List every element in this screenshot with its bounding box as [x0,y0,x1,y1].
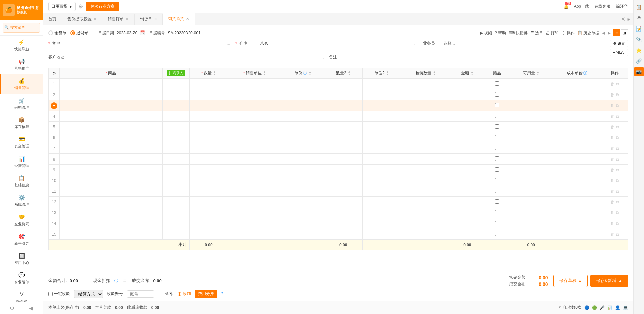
view-list-btn[interactable]: ≡ [613,29,620,36]
gift-checkbox[interactable] [495,156,499,161]
warehouse-input[interactable] [258,40,412,47]
copy-row-icon[interactable]: ⧉ [616,135,619,140]
right-icon-1[interactable]: 📋 [634,3,644,12]
gift-cell[interactable] [484,197,510,207]
copy-row-icon[interactable]: ⧉ [616,146,619,151]
gift-cell[interactable] [484,218,510,229]
view-grid-btn[interactable]: ⊞ [621,29,628,36]
fee-split-btn[interactable]: 费用分摊 [195,290,217,298]
industry-select[interactable]: 日用百货 ▼ [48,2,76,11]
delete-row-icon[interactable]: 🗑 [610,232,614,237]
staff-input[interactable] [442,40,599,47]
toolbar-shortcut[interactable]: ⌨ 快捷键 [509,30,528,36]
right-icon-3[interactable]: 📝 [634,24,644,34]
gift-checkbox[interactable] [495,221,499,225]
delete-row-icon[interactable]: 🗑 [610,92,614,97]
sidebar-item-sales[interactable]: 💰 销售管理 [0,74,43,94]
gift-checkbox[interactable] [495,199,499,204]
gift-checkbox[interactable] [495,189,499,193]
right-icon-7[interactable]: 📷 [634,67,644,76]
app-download-link[interactable]: App下载 [574,4,589,9]
pkg-sort-icon[interactable]: ▲▼ [433,71,436,76]
toolbar-help[interactable]: ? 帮助 [495,30,506,36]
sidebar-settings-icon[interactable]: ⚙ [10,305,14,311]
username-display[interactable]: 徐泽华 [616,4,628,9]
gift-cell[interactable] [484,122,510,132]
copy-row-icon[interactable]: ⧉ [616,92,619,97]
copy-row-icon[interactable]: ⧉ [616,157,619,162]
toolbar-history[interactable]: 📋 历史单据 [577,30,599,36]
gift-cell[interactable] [484,111,510,122]
save-draft-button[interactable]: 保存草稿 ▲ [553,275,588,287]
delete-row-icon[interactable]: 🗑 [610,103,614,108]
sidebar-item-system[interactable]: ⚙️ 系统管理 [0,191,43,210]
logistics-button[interactable]: + 物流 [610,49,628,56]
sidebar-item-basics[interactable]: 📋 基础信息 [0,172,43,191]
toolbar-nav-next[interactable]: ▶ [608,30,611,35]
goods-input[interactable] [62,103,160,108]
copy-row-icon[interactable]: ⧉ [616,232,619,237]
gift-checkbox[interactable] [495,210,499,214]
right-icon-2[interactable]: 👁 [634,13,644,23]
th-settings[interactable]: ⚙ [49,68,60,79]
one-click-check[interactable] [48,292,53,296]
delete-row-icon[interactable]: 🗑 [610,210,614,215]
sidebar-item-appstore[interactable]: 🔲 应用中心 [0,249,43,269]
copy-row-icon[interactable]: ⧉ [616,210,619,215]
topbar-gear-icon[interactable]: ⚙ [78,3,83,10]
gift-cell[interactable] [484,79,510,89]
account-input[interactable] [127,290,154,298]
copy-row-icon[interactable]: ⧉ [616,125,619,129]
sidebar-item-newbie[interactable]: 🎯 新手引导 [0,230,43,249]
copy-row-icon[interactable]: ⧉ [616,103,619,108]
calc-method-select[interactable]: 结算方式 [74,290,103,298]
sidebar-item-finance[interactable]: 💳 资金管理 [0,133,43,152]
delete-row-icon[interactable]: 🗑 [610,135,614,140]
tab-sale-return-close[interactable]: ✕ [186,17,189,21]
qty-sort-icon[interactable]: ▲▼ [213,71,216,76]
gift-cell[interactable] [484,207,510,218]
unit-sort-icon[interactable]: ▲▼ [263,71,266,76]
gift-checkbox[interactable] [495,124,499,129]
gift-checkbox[interactable] [495,114,499,118]
staff-picker-btn[interactable]: ... [601,41,605,46]
tab-close-all-icon[interactable]: ✕ [621,16,625,22]
tab-home[interactable]: 首页 [43,14,62,25]
gift-cell[interactable] [484,154,510,165]
toolbar-nav-prev[interactable]: ◀ [602,30,605,35]
right-icon-6[interactable]: 🔗 [634,56,644,66]
copy-row-icon[interactable]: ⧉ [616,189,619,194]
search-menu-button[interactable]: 🔍 搜索菜单 [3,23,40,33]
gift-cell[interactable] [484,186,510,197]
delete-row-icon[interactable]: 🗑 [610,125,614,129]
radio-return[interactable]: 退货单 [70,30,89,36]
tab-sale-price-close[interactable]: ✕ [94,17,97,21]
amount-sort-icon[interactable]: ▲▼ [471,71,473,76]
delete-row-icon[interactable]: 🗑 [610,221,614,226]
gift-cell[interactable] [484,132,510,143]
account-picker[interactable]: ... [158,292,161,296]
save-new-button[interactable]: 保存&新增 ▲ [590,275,628,287]
available-sort-icon[interactable]: ▲▼ [537,71,539,76]
copy-row-icon[interactable]: ⧉ [616,178,619,183]
tab-sale-return[interactable]: 销货退货 ✕ [163,13,195,25]
sidebar-item-operations[interactable]: 📊 经营管理 [0,152,43,172]
tab-sale-price[interactable]: 售价提取设置 ✕ [62,14,102,25]
sidebar-item-marketing[interactable]: 📢 营销推广 [0,55,43,74]
gift-checkbox[interactable] [495,81,499,86]
gift-cell[interactable] [484,165,510,175]
delete-row-icon[interactable]: 🗑 [610,82,614,86]
toolbar-print[interactable]: 🖨 打印 [546,30,559,36]
radio-sale[interactable]: 销货单 [48,30,66,36]
customer-input[interactable] [71,40,225,47]
th-scan[interactable]: 扫码录入 [163,68,190,79]
toolbar-select[interactable]: ☰ 选单 [530,30,543,36]
sidebar-item-quick-nav[interactable]: ⚡ 快捷导航 [0,36,43,55]
sidebar-item-member[interactable]: V 畅会员 [0,288,43,302]
copy-row-icon[interactable]: ⧉ [616,200,619,204]
delete-row-icon[interactable]: 🗑 [610,114,614,119]
calendar-icon[interactable]: 📅 [140,30,145,35]
sidebar-item-inventory[interactable]: 📦 库存核算 [0,113,43,133]
one-click-checkbox[interactable]: 一键收款 [48,291,70,297]
tab-sale-order[interactable]: 销售订单 ✕ [102,14,135,25]
